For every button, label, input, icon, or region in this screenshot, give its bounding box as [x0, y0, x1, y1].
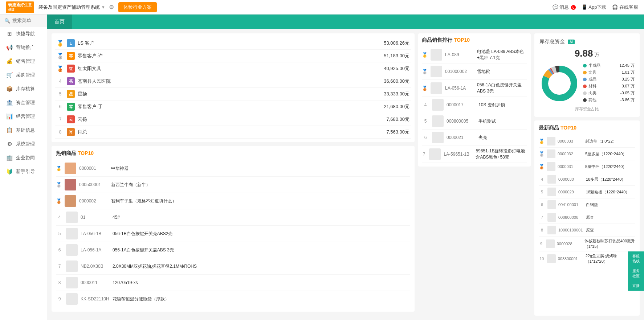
- main: 首页 🥇 L LS 客户 53,006.26元 🥈 零 零售客户-许 51,18…: [47, 15, 644, 320]
- product-image-placeholder: [547, 188, 556, 196]
- rank-number: 5: [57, 91, 64, 97]
- mid-ranking-title: 商品销售排行 TOP10: [422, 37, 527, 44]
- sidebar-item-system[interactable]: ⚙ 系统管理: [0, 137, 47, 151]
- product-code: 0000030: [558, 177, 584, 181]
- product-name: 10S 变刹罗锁: [478, 102, 505, 108]
- legend-dot: [583, 85, 587, 88]
- search-menu[interactable]: 🔍 搜索菜单: [0, 15, 47, 27]
- customer-amount: 7,680.00元: [386, 116, 409, 123]
- rank-number: 6: [56, 247, 63, 253]
- product-code: 01: [81, 215, 110, 220]
- product-name: 18颗粒板（1220*2440）: [586, 189, 629, 195]
- system-selector[interactable]: 装备及固定资产辅助管理系统 ▾: [38, 4, 105, 11]
- customer-amount: 36,600.00元: [384, 78, 409, 85]
- product-image: [65, 163, 76, 174]
- online-service-btn[interactable]: 🎧 在线客服: [612, 4, 638, 11]
- customer-ranking-row: 🥇 L LS 客户 53,006.26元: [55, 37, 411, 50]
- main-content: 🥇 L LS 客户 53,006.26元 🥈 零 零售客户-许 51,183.0…: [47, 29, 644, 320]
- product-name: 新西兰牛肉（新牛）: [111, 182, 150, 188]
- trial-button[interactable]: 体验行业方案: [118, 2, 157, 12]
- mid-ranking-row: 🥉 LA-056-1A 056-1A白色按键开关盖ABS 3壳: [422, 80, 527, 97]
- customer-badge: 红: [67, 65, 75, 73]
- customer-badge: 云: [67, 115, 75, 123]
- customer-name: 零售客户-于: [78, 103, 381, 110]
- product-name: 原查: [586, 215, 594, 220]
- legend-value: 12.45 万: [619, 63, 635, 68]
- float-btn-community[interactable]: 服务 社区: [628, 266, 644, 281]
- rank-number: 5: [539, 190, 545, 194]
- message-btn[interactable]: 💬 消息 6: [553, 4, 576, 11]
- sidebar-item-purchase[interactable]: 🛒 采购管理: [0, 68, 47, 82]
- sidebar-item-corp[interactable]: 🏢 企业协同: [0, 151, 47, 165]
- sidebar-item-basic[interactable]: 📋 基础信息: [0, 123, 47, 137]
- float-btn-live[interactable]: 直播: [628, 281, 644, 291]
- new-product-row: 6 004100001 白钢垫: [539, 198, 635, 211]
- panel-left: 🥇 L LS 客户 53,006.26元 🥈 零 零售客户-许 51,183.0…: [52, 33, 415, 316]
- sidebar-item-marketing[interactable]: 📢 营销推广: [0, 41, 47, 54]
- product-name: 中华神器: [111, 165, 129, 172]
- product-image-placeholder: [547, 149, 555, 158]
- corp-icon: 🏢: [6, 155, 13, 161]
- product-code: LA-056-1A: [445, 86, 474, 91]
- mid-ranking-row: 5 000800005 手机测试: [422, 113, 527, 130]
- sidebar-item-finance[interactable]: 🏦 资金管理: [0, 96, 47, 110]
- customer-name: 苍南县人民医院: [78, 78, 381, 85]
- purchase-icon: 🛒: [6, 72, 13, 78]
- new-product-row: 🥈 0000032 5厘多层（1220*2440）: [539, 148, 635, 160]
- sidebar-item-inventory[interactable]: 📦 库存核算: [0, 82, 47, 96]
- product-code: LA-056-1B: [81, 231, 110, 236]
- product-code: 0000017: [447, 102, 476, 107]
- new-products-section: 最新商品 TOP10 🥇 0000033 封边带（1.0*22） 🥈 00000…: [534, 120, 640, 316]
- hot-product-row: 7 NB2.0X30B 2.0X30MM双搓花轴,搓花直径2.1MM/ROHS: [56, 258, 410, 275]
- hot-product-row: 6 LA-056-1A 056-1A白色按键开关盖ABS 3壳: [56, 242, 410, 258]
- gold-medal-icon: 🥇: [422, 52, 428, 58]
- customer-badge: 星: [67, 90, 75, 98]
- customer-name: 零售客户-许: [78, 53, 381, 59]
- rank-number: 5: [56, 231, 63, 236]
- nav-home[interactable]: 首页: [47, 15, 72, 29]
- product-code: 000800008: [558, 215, 584, 220]
- product-code: 0000001: [79, 166, 108, 171]
- legend-item: 文具 1.01 万: [583, 70, 635, 75]
- product-name: 59651-1B旋转投影灯电池盒ABS黑色+58壳: [476, 148, 527, 160]
- customer-ranking-row: 5 星 星扬 33,333.00元: [55, 88, 411, 100]
- customer-ranking-row: 6 零 零售客户-于 21,680.00元: [55, 100, 411, 113]
- rank-number: 10: [539, 257, 545, 261]
- rank-number: 4: [57, 79, 64, 84]
- chevron-down-icon[interactable]: ▾: [102, 4, 105, 10]
- new-product-row: 🥉 0000031 5厘中纤（1220*2440）: [539, 160, 635, 173]
- product-name: 056-1A白色按键开关盖ABS 3壳: [113, 247, 174, 253]
- topbar: 畅捷通好生意 标版 装备及固定资产辅助管理系统 ▾ ⚙ 体验行业方案 💬 消息 …: [0, 0, 644, 15]
- product-name: 12070519-xs: [113, 280, 138, 285]
- rank-number: 5: [422, 119, 429, 124]
- customer-ranking-row: 7 云 云扬 7,680.00元: [55, 113, 411, 126]
- mid-ranking: 商品销售排行 TOP10 🥇 LA-089 电池盖 LA-089 ABS本色+黑…: [418, 33, 531, 167]
- bronze-medal-icon: 🥉: [56, 198, 62, 204]
- sidebar: 🔍 搜索菜单 ⊞ 快捷导航 📢 营销推广 💰 销售管理 🛒 采购管理 📦 库存核…: [0, 15, 47, 320]
- customer-amount: 33,333.00元: [384, 91, 409, 97]
- rank-number: 6: [422, 135, 429, 140]
- customer-ranking-row: 🥉 红 红太阳文具 40,925.00元: [55, 62, 411, 75]
- inventory-subtitle: 库存资金占比: [539, 106, 635, 112]
- sidebar-item-sales[interactable]: 💰 销售管理: [0, 54, 47, 68]
- legend-dot: [583, 98, 587, 102]
- float-btn-service[interactable]: 客服 热线: [628, 251, 644, 266]
- sidebar-item-guide[interactable]: 🔰 新手引导: [0, 165, 47, 179]
- sidebar-item-quick-nav[interactable]: ⊞ 快捷导航: [0, 27, 47, 41]
- donut-chart: [539, 63, 579, 103]
- legend-dot: [583, 91, 587, 95]
- gear-icon[interactable]: ⚙: [109, 4, 114, 11]
- product-name: 18多层（1220*2440）: [586, 177, 625, 182]
- product-name: 手机测试: [478, 118, 496, 124]
- rank-number: 6: [539, 202, 545, 207]
- sidebar-item-operation[interactable]: 📊 经营管理: [0, 110, 47, 123]
- silver-medal-icon: 🥈: [57, 53, 64, 60]
- mid-ranking-row: 4 0000017 10S 变刹罗锁: [422, 97, 527, 113]
- app-download-btn[interactable]: 📱 App下载: [582, 4, 606, 11]
- product-code: 0000033: [558, 139, 583, 143]
- customer-amount: 7,563.00元: [386, 129, 409, 135]
- logo: 畅捷通好生意 标版: [6, 1, 34, 13]
- product-image-placeholder: [431, 66, 442, 77]
- product-image-placeholder: [66, 293, 78, 305]
- product-image-placeholder: [547, 162, 555, 171]
